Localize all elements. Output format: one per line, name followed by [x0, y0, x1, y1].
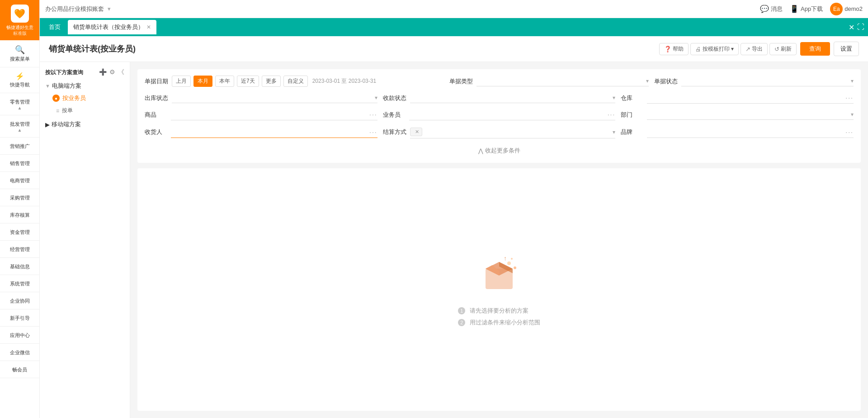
collapse-arrow-icon: ⋀: [478, 147, 483, 154]
close-window-icon[interactable]: ✕: [849, 23, 854, 32]
recv-status-control[interactable]: ▾: [410, 93, 616, 103]
app-subtitle: 标准版: [13, 30, 27, 37]
sidebar-item-appstore[interactable]: 应用中心: [0, 327, 39, 344]
warehouse-control[interactable]: ···: [647, 92, 854, 104]
tag-close-icon[interactable]: ✕: [415, 129, 419, 135]
scheme-by-salesperson[interactable]: ● 按业务员: [40, 92, 130, 104]
arrow-icon: ▲: [18, 128, 22, 133]
sidebar-item-sales[interactable]: 销售管理: [0, 155, 39, 172]
page-title: 销货单统计表(按业务员): [49, 43, 136, 60]
settings-button[interactable]: 设置: [834, 42, 859, 56]
tab-sales-stat[interactable]: 销货单统计表（按业务员） ✕: [68, 20, 156, 34]
consignee-control[interactable]: ···: [171, 127, 377, 138]
sidebar-item-operation[interactable]: 经营管理: [0, 241, 39, 258]
tip1-text: 请先选择要分析的方案: [470, 307, 528, 314]
more-icon: ···: [369, 111, 377, 118]
goods-field: 商品 ···: [145, 109, 377, 120]
date-btn-custom[interactable]: 自定义: [283, 76, 308, 87]
export-icon: ↗: [745, 46, 750, 52]
order-icon: ≡: [56, 108, 59, 114]
content: 销货单统计表(按业务员) ❓ 帮助 🖨 按模板打印 ▾ ↗ 导出: [40, 36, 868, 418]
empty-state: ↑ 1 请先选择要分析的方案 2 用过滤条件来缩小分析范围: [137, 168, 861, 411]
export-btn[interactable]: ↗ 导出: [741, 43, 768, 55]
payment-tag: ✕: [410, 128, 422, 136]
sidebar-logo: 🧡 畅捷通好生意 标准版: [0, 0, 39, 40]
sidebar-item-finance[interactable]: 资金管理: [0, 223, 39, 241]
out-status-label: 出库状态: [145, 94, 168, 102]
expand-arrow-icon: ▼: [45, 83, 50, 89]
sidebar-item-system[interactable]: 系统管理: [0, 275, 39, 292]
svg-text:↑: ↑: [504, 255, 507, 262]
sidebar-item-purchase[interactable]: 采购管理: [0, 189, 39, 206]
pc-group-header[interactable]: ▼ 电脑端方案: [40, 80, 130, 92]
empty-tip-1: 1 请先选择要分析的方案: [458, 305, 540, 317]
sidebar-item-guide[interactable]: 新手引导: [0, 309, 39, 327]
sidebar-item-quicknav[interactable]: ⚡ 快捷导航: [0, 67, 39, 93]
help-icon: ❓: [664, 46, 671, 52]
date-btn-7days[interactable]: 近7天: [237, 76, 259, 87]
panel-title: 按以下方案查询: [45, 69, 83, 76]
search-button[interactable]: 查询: [800, 42, 830, 56]
sidebar-item-collab[interactable]: 企业协同: [0, 292, 39, 309]
app-download-btn[interactable]: 📱 App下载: [790, 5, 823, 13]
sidebar-search[interactable]: 🔍 搜索菜单: [0, 40, 39, 67]
sidebar-item-wechat[interactable]: 企业微信: [0, 344, 39, 361]
warehouse-field: 仓库 ···: [621, 92, 854, 104]
active-scheme-dot: ●: [52, 95, 60, 102]
collapse-btn[interactable]: ⋀ 收起更多条件: [145, 144, 854, 159]
out-status-control[interactable]: ▾: [172, 93, 377, 103]
arrow-icon: ▲: [18, 105, 22, 110]
user-area[interactable]: Ea demo2: [830, 3, 863, 15]
dropdown-icon[interactable]: ▾: [108, 5, 111, 12]
print-btn[interactable]: 🖨 按模板打印 ▾: [690, 43, 739, 55]
svg-point-6: [511, 258, 513, 260]
message-btn[interactable]: 💬 消息: [760, 5, 783, 13]
sidebar-item-basic[interactable]: 基础信息: [0, 258, 39, 275]
tab-home[interactable]: 首页: [43, 20, 66, 34]
maximize-icon[interactable]: ⛶: [857, 23, 864, 32]
print-dropdown-icon[interactable]: ▾: [731, 46, 734, 52]
nav-label: 快捷导航: [10, 81, 30, 88]
pc-group-label: 电脑端方案: [52, 82, 81, 90]
body-area: 按以下方案查询 ➕ ⚙ 《 ▼ 电脑端方案 ● 按业务员: [40, 62, 868, 418]
date-range: 2023-03-01 至 2023-03-31: [312, 77, 376, 85]
sidebar-item-member[interactable]: 畅会员: [0, 361, 39, 378]
collapse-panel-icon[interactable]: 《: [118, 68, 124, 76]
pc-scheme-group: ▼ 电脑端方案 ● 按业务员 ≡ 按单: [40, 80, 130, 117]
refresh-btn[interactable]: ↺ 刷新: [769, 43, 797, 55]
empty-illustration: ↑: [476, 251, 522, 296]
sidebar-item-marketing[interactable]: 营销推广: [0, 138, 39, 155]
sidebar-item-stock[interactable]: 库存核算: [0, 206, 39, 223]
date-btn-this-month[interactable]: 本月: [193, 76, 212, 87]
department-field: 部门 ▾: [621, 109, 854, 120]
doc-type-control[interactable]: ▾: [476, 76, 649, 86]
tab-close-icon[interactable]: ✕: [146, 24, 151, 30]
sidebar-item-ecommerce[interactable]: 电商管理: [0, 172, 39, 189]
sidebar-item-retail[interactable]: 零售管理 ▲: [0, 93, 39, 115]
sidebar-item-wholesale[interactable]: 批发管理 ▲: [0, 115, 39, 138]
page-header: 销货单统计表(按业务员) ❓ 帮助 🖨 按模板打印 ▾ ↗ 导出: [40, 36, 868, 62]
payment-control[interactable]: ✕ ▾: [410, 126, 616, 138]
filter-row-4: 收货人 ··· 结算方式 ✕: [145, 126, 854, 138]
mobile-group-label: 移动端方案: [52, 120, 81, 128]
edit-scheme-icon[interactable]: ⚙: [109, 68, 115, 76]
page-actions: ❓ 帮助 🖨 按模板打印 ▾ ↗ 导出 ↺ 刷新: [659, 42, 859, 62]
salesperson-control[interactable]: ···: [409, 109, 616, 120]
add-scheme-icon[interactable]: ➕: [99, 68, 107, 76]
goods-control[interactable]: ···: [171, 109, 377, 120]
date-btn-this-year[interactable]: 本年: [215, 76, 234, 87]
brand-control[interactable]: ···: [647, 127, 854, 138]
doc-status-control[interactable]: ▾: [681, 76, 854, 86]
consignee-label: 收货人: [145, 128, 167, 136]
mobile-group-header[interactable]: ▶ 移动端方案: [40, 119, 130, 130]
department-control[interactable]: ▾: [647, 109, 854, 120]
out-status-field: 出库状态 ▾: [145, 93, 377, 103]
dropdown-icon: ▾: [613, 129, 615, 135]
date-btn-last-month[interactable]: 上月: [172, 76, 191, 87]
doc-type-label: 单据类型: [449, 77, 473, 86]
help-btn[interactable]: ❓ 帮助: [659, 43, 689, 55]
scheme-by-order[interactable]: ≡ 按单: [40, 104, 130, 117]
date-btn-more[interactable]: 更多: [262, 76, 281, 87]
salesperson-field: 业务员 ···: [383, 109, 616, 120]
brand-label: 品牌: [621, 128, 643, 136]
